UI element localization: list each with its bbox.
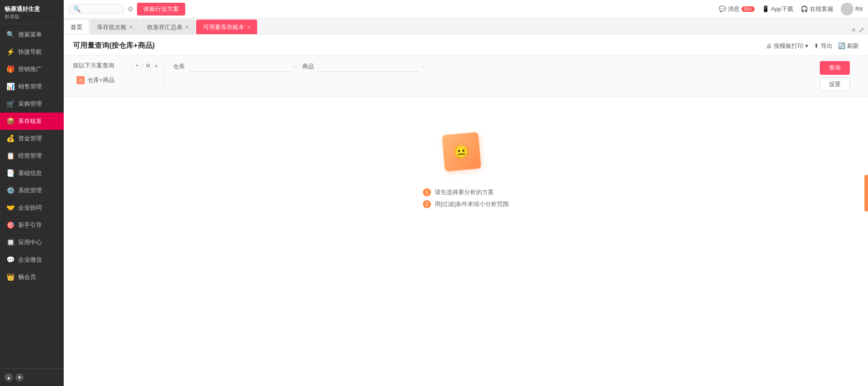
warehouse-field: 仓库 ··· <box>173 61 297 72</box>
goods-input[interactable] <box>318 61 418 72</box>
sidebar-item-search[interactable]: 🔍 搜索菜单 <box>0 26 64 43</box>
scroll-up-btn[interactable]: ▲ <box>5 373 13 381</box>
sidebar-label-system: 系统管理 <box>18 186 42 195</box>
goods-label: 商品 <box>302 62 314 71</box>
sidebar-item-finance[interactable]: 💰 资金管理 <box>0 130 64 147</box>
tab-close-batch[interactable]: × <box>129 24 132 31</box>
message-badge: 99+ <box>741 6 755 12</box>
filter-row: 仓库 ··· 商品 ··· <box>173 61 805 72</box>
industry-btn[interactable]: 体验行业方案 <box>137 3 185 15</box>
sidebar-icon-sales: 📊 <box>6 82 15 91</box>
service-label: 在线客服 <box>810 5 833 13</box>
gear-icon[interactable]: ⚙ <box>127 5 133 13</box>
sidebar-item-inventory[interactable]: 📦 库存核算 <box>0 113 64 130</box>
sidebar-label-search: 搜索菜单 <box>18 31 42 39</box>
tab-stock-summary[interactable]: 收发存汇总表× <box>140 20 195 34</box>
tab-label-available-stock: 可用量库存账本 <box>203 23 244 31</box>
sidebar-label-basic: 基础信息 <box>18 169 42 177</box>
scroll-down-btn[interactable]: ▼ <box>15 373 24 381</box>
scheme-collapse-btn[interactable]: « <box>154 62 158 69</box>
refresh-btn[interactable]: 🔄 刷新 <box>838 42 859 50</box>
service-btn[interactable]: 🎧 在线客服 <box>801 5 833 13</box>
scheme-panel: 按以下方案查询 + ⚙ « ⊙ 仓库+商品 <box>73 61 164 87</box>
topbar-search-box[interactable]: 🔍 <box>69 4 124 14</box>
export-label: 导出 <box>821 42 832 50</box>
avatar <box>841 3 853 15</box>
app-icon: 📱 <box>762 5 769 12</box>
sidebar-icon-quicknav: ⚡ <box>6 48 15 56</box>
print-label: 按模板打印 <box>774 42 803 50</box>
sidebar-item-member[interactable]: 👑 畅会员 <box>0 268 64 286</box>
service-icon: 🎧 <box>801 5 808 12</box>
query-btn[interactable]: 查询 <box>820 61 850 75</box>
warehouse-input[interactable] <box>188 61 289 72</box>
sidebar-item-enterprise[interactable]: 🤝 企业协同 <box>0 199 64 216</box>
scheme-actions: + ⚙ « <box>132 61 158 70</box>
empty-tip-num-2: 2 <box>423 200 431 208</box>
empty-text: 1 请先选择要分析的方案 2 用[过滤]条件来缩小分析范围 <box>423 188 509 212</box>
scheme-settings-btn[interactable]: ⚙ <box>143 61 152 70</box>
sidebar-icon-marketing: 🎁 <box>6 65 15 73</box>
sidebar-label-finance: 资金管理 <box>18 134 42 143</box>
tab-close-stock-summary[interactable]: × <box>185 24 188 31</box>
sidebar-label-member: 畅会员 <box>18 273 36 281</box>
topbar-right: 💬 消息 99+ 📱 App下载 🎧 在线客服 Rit <box>719 3 863 15</box>
app-label: App下载 <box>771 5 793 13</box>
goods-field: 商品 ··· <box>302 61 426 72</box>
main-area: 🔍 ⚙ 体验行业方案 💬 消息 99+ 📱 App下载 🎧 在线客服 Rit <box>64 0 868 386</box>
sidebar-icon-purchase: 🛒 <box>6 100 15 108</box>
sidebar-label-enterprise: 企业协同 <box>18 204 42 212</box>
sidebar-label-purchase: 采购管理 <box>18 100 42 108</box>
empty-illustration: 😐 <box>443 134 489 179</box>
right-scroll-indicator <box>864 175 868 211</box>
topbar: 🔍 ⚙ 体验行业方案 💬 消息 99+ 📱 App下载 🎧 在线客服 Rit <box>64 0 868 18</box>
sidebar-item-newbie[interactable]: 🎯 新手引导 <box>0 216 64 234</box>
message-label: 消息 <box>728 5 740 13</box>
sidebar-item-apps[interactable]: 🔲 应用中心 <box>0 234 64 251</box>
search-input[interactable] <box>82 6 119 12</box>
warehouse-more-btn[interactable]: ··· <box>292 63 297 70</box>
sidebar-icon-member: 👑 <box>6 273 15 281</box>
tabbar-right-actions: × ⤢ <box>852 26 868 34</box>
sidebar-label-sales: 销售管理 <box>18 82 42 91</box>
sidebar-item-wechat[interactable]: 💬 企业微信 <box>0 251 64 268</box>
tab-batch[interactable]: 库存批次账× <box>90 20 139 34</box>
scheme-add-btn[interactable]: + <box>132 61 142 70</box>
refresh-label: 刷新 <box>847 42 859 50</box>
empty-tip-label-1: 请先选择要分析的方案 <box>435 188 494 196</box>
brand-name: 畅康通好生意 <box>5 5 59 13</box>
sidebar-item-operation[interactable]: 📋 经营管理 <box>0 147 64 165</box>
sidebar-item-basic[interactable]: 📑 基础信息 <box>0 165 64 182</box>
print-btn[interactable]: 🖨 按模板打印 ▾ <box>766 42 808 50</box>
sidebar-nav: 🔍 搜索菜单 ⚡ 快捷导航 🎁 营销推广 📊 销售管理 🛒 采购管理 📦 库存核… <box>0 24 64 368</box>
sidebar-item-purchase[interactable]: 🛒 采购管理 <box>0 95 64 113</box>
export-btn[interactable]: ⬆ 导出 <box>814 42 832 50</box>
sidebar-header: 畅康通好生意 标准版 <box>0 0 64 24</box>
sidebar-item-marketing[interactable]: 🎁 营销推广 <box>0 61 64 78</box>
sidebar-icon-newbie: 🎯 <box>6 221 15 229</box>
settings-btn[interactable]: 设置 <box>820 77 850 91</box>
scheme-item-warehouse-goods[interactable]: ⊙ 仓库+商品 <box>73 74 158 87</box>
sidebar-icon-apps: 🔲 <box>6 238 15 247</box>
tab-close-available-stock[interactable]: × <box>247 24 250 31</box>
page-title: 可用量查询(按仓库+商品) <box>73 41 155 51</box>
sidebar-icon-system: ⚙️ <box>6 186 15 195</box>
message-btn[interactable]: 💬 消息 99+ <box>719 5 755 13</box>
scheme-item-icon: ⊙ <box>76 76 85 84</box>
tab-home[interactable]: 首页 <box>64 20 89 34</box>
sidebar-label-operation: 经营管理 <box>18 152 42 160</box>
goods-more-btn[interactable]: ··· <box>421 63 426 70</box>
sidebar-item-quicknav[interactable]: ⚡ 快捷导航 <box>0 43 64 61</box>
user-area[interactable]: Rit <box>841 3 863 15</box>
sidebar-label-marketing: 营销推广 <box>18 65 42 73</box>
sidebar-label-quicknav: 快捷导航 <box>18 48 42 56</box>
sidebar-icon-wechat: 💬 <box>6 256 15 264</box>
user-name: Rit <box>855 5 863 12</box>
tab-expand-btn[interactable]: ⤢ <box>858 26 864 34</box>
tab-available-stock[interactable]: 可用量库存账本× <box>196 20 257 34</box>
query-panel: 按以下方案查询 + ⚙ « ⊙ 仓库+商品 仓库 <box>64 56 868 97</box>
sidebar-item-sales[interactable]: 📊 销售管理 <box>0 78 64 95</box>
app-download-btn[interactable]: 📱 App下载 <box>762 5 793 13</box>
sidebar-item-system[interactable]: ⚙️ 系统管理 <box>0 182 64 199</box>
tab-close-all-btn[interactable]: × <box>852 26 856 34</box>
